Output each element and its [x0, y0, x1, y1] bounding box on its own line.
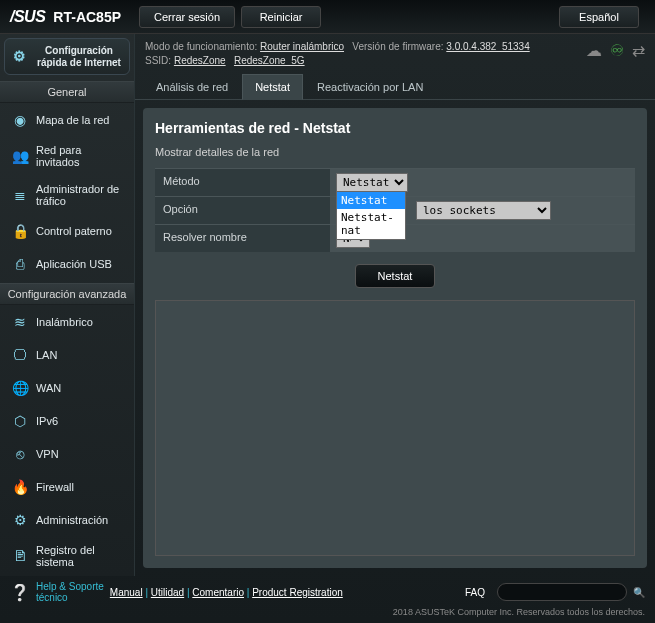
search-input[interactable] [497, 583, 627, 601]
fw-link[interactable]: 3.0.0.4.382_51334 [446, 41, 529, 52]
method-option-netstat-nat[interactable]: Netstat-nat [337, 209, 405, 239]
quick-setup-label: Configuración rápida de Internet [34, 45, 124, 68]
ssid2-link[interactable]: RedesZone_5G [234, 55, 305, 66]
nav-general-icon-0: ◉ [11, 111, 29, 129]
help-label2: técnico [36, 592, 68, 603]
method-option-netstat[interactable]: Netstat [337, 192, 405, 209]
reboot-button[interactable]: Reiniciar [241, 6, 321, 28]
nav-adv-firewall[interactable]: 🔥Firewall [3, 471, 131, 503]
nav-general-red-para-invitados[interactable]: 👥Red para invitados [3, 137, 131, 175]
output-area [155, 300, 635, 556]
nav-label: IPv6 [36, 415, 58, 427]
nav-adv-icon-1: 🖵 [11, 346, 29, 364]
option-select[interactable]: los sockets [416, 201, 551, 220]
option-label: Opción [155, 197, 330, 224]
nav-adv-inalámbrico[interactable]: ≋Inalámbrico [3, 306, 131, 338]
nav-label: VPN [36, 448, 59, 460]
nav-label: Mapa de la red [36, 114, 109, 126]
section-general: General [0, 81, 134, 103]
nav-adv-lan[interactable]: 🖵LAN [3, 339, 131, 371]
nav-general-icon-1: 👥 [11, 147, 29, 165]
nav-adv-icon-7: 🖹 [11, 547, 29, 565]
nav-label: Administrador de tráfico [36, 183, 123, 207]
feedback-link[interactable]: Comentario [192, 587, 244, 598]
globe-gear-icon: ⚙ [10, 48, 28, 66]
nav-label: Inalámbrico [36, 316, 93, 328]
tab-analysis[interactable]: Análisis de red [143, 74, 241, 99]
ssid-label: SSID: [145, 55, 171, 66]
nav-label: LAN [36, 349, 57, 361]
nav-adv-icon-6: ⚙ [11, 511, 29, 529]
nav-adv-icon-3: ⬡ [11, 412, 29, 430]
nav-adv-administración[interactable]: ⚙Administración [3, 504, 131, 536]
nav-label: Red para invitados [36, 144, 123, 168]
nav-label: Control paterno [36, 225, 112, 237]
nav-adv-registro-del-sistema[interactable]: 🖹Registro del sistema [3, 537, 131, 575]
sidebar: ⚙ Configuración rápida de Internet Gener… [0, 34, 135, 576]
tab-netstat[interactable]: Netstat [242, 74, 303, 100]
nav-label: WAN [36, 382, 61, 394]
brand-logo: /SUS [10, 8, 45, 26]
mode-link[interactable]: Router inalámbrico [260, 41, 344, 52]
faq-label: FAQ [465, 587, 485, 598]
nav-general-icon-4: ⎙ [11, 255, 29, 273]
page-title: Herramientas de red - Netstat [155, 120, 635, 136]
help-icon[interactable]: ❔ [10, 583, 30, 602]
productreg-link[interactable]: Product Registration [252, 587, 343, 598]
nav-label: Registro del sistema [36, 544, 123, 568]
language-button[interactable]: Español [559, 6, 639, 28]
nav-general-mapa-de-la-red[interactable]: ◉Mapa de la red [3, 104, 131, 136]
usb-icon[interactable]: ⇄ [632, 40, 645, 62]
nav-general-aplicación-usb[interactable]: ⎙Aplicación USB [3, 248, 131, 280]
cloud-icon[interactable]: ☁ [586, 40, 602, 62]
nav-label: Administración [36, 514, 108, 526]
ssid1-link[interactable]: RedesZone [174, 55, 226, 66]
nav-adv-ipv6[interactable]: ⬡IPv6 [3, 405, 131, 437]
nav-adv-icon-4: ⎋ [11, 445, 29, 463]
copyright: 2018 ASUSTeK Computer Inc. Reservados to… [0, 605, 655, 623]
fw-label: Versión de firmware: [352, 41, 443, 52]
mode-label: Modo de funcionamiento: [145, 41, 257, 52]
nav-adv-wan[interactable]: 🌐WAN [3, 372, 131, 404]
page-subhead: Mostrar detalles de la red [155, 146, 635, 158]
nav-adv-icon-5: 🔥 [11, 478, 29, 496]
nav-adv-vpn[interactable]: ⎋VPN [3, 438, 131, 470]
method-dropdown[interactable]: Netstat Netstat-nat [336, 191, 406, 240]
quick-setup-button[interactable]: ⚙ Configuración rápida de Internet [4, 38, 130, 75]
nav-general-icon-2: ≣ [11, 186, 29, 204]
nav-adv-icon-0: ≋ [11, 313, 29, 331]
chain-icon[interactable]: ♾ [610, 40, 624, 62]
nav-adv-icon-2: 🌐 [11, 379, 29, 397]
resolve-label: Resolver nombre [155, 225, 330, 252]
section-advanced: Configuración avanzada [0, 283, 134, 305]
method-label: Método [155, 169, 330, 196]
nav-label: Firewall [36, 481, 74, 493]
search-icon[interactable]: 🔍 [633, 587, 645, 598]
manual-link[interactable]: Manual [110, 587, 143, 598]
logout-button[interactable]: Cerrar sesión [139, 6, 235, 28]
nav-general-administrador-de-tráfico[interactable]: ≣Administrador de tráfico [3, 176, 131, 214]
utility-link[interactable]: Utilidad [151, 587, 184, 598]
nav-general-icon-3: 🔒 [11, 222, 29, 240]
method-select[interactable]: Netstat [336, 173, 408, 192]
netstat-button[interactable]: Netstat [355, 264, 436, 288]
help-label: Help & Soporte [36, 581, 104, 592]
nav-label: Aplicación USB [36, 258, 112, 270]
tab-wol[interactable]: Reactivación por LAN [304, 74, 436, 99]
model-name: RT-AC85P [53, 9, 121, 25]
nav-general-control-paterno[interactable]: 🔒Control paterno [3, 215, 131, 247]
